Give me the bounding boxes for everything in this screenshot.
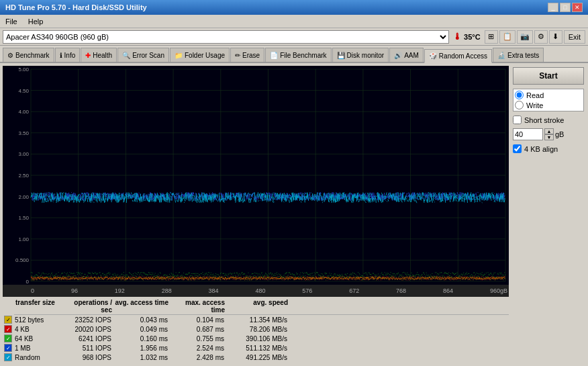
chart-container: 0 96 192 288 384 480 576 672 768 864 960… [3, 66, 509, 297]
folder-icon: 📁 [175, 52, 183, 59]
spinbox-input[interactable] [513, 128, 543, 140]
align-checkbox[interactable] [513, 144, 522, 153]
speed-1mb: 511.132 MB/s [227, 345, 287, 352]
x-label-7: 672 [349, 287, 359, 294]
max-4kb: 0.687 ms [170, 326, 224, 333]
extra-tests-icon: 🔬 [497, 52, 505, 59]
toolbar-btn-1[interactable]: ⊞ [485, 30, 498, 44]
ops-4kb: 20020 IOPS [61, 326, 111, 333]
x-axis: 0 96 192 288 384 480 576 672 768 864 960… [3, 285, 509, 297]
label-4kb: 4 KB [15, 326, 58, 333]
x-labels: 0 96 192 288 384 480 576 672 768 864 960… [30, 287, 509, 294]
chart-canvas [3, 66, 509, 285]
x-label-0: 0 [31, 287, 34, 294]
x-label-3: 288 [162, 287, 172, 294]
align-checkbox-row[interactable]: 4 KB align [513, 144, 584, 153]
write-radio-label[interactable]: Write [515, 101, 582, 109]
spin-buttons: ▲ ▼ [544, 128, 554, 140]
tab-random-access[interactable]: 🎲 Random Access [424, 49, 492, 63]
tab-folder-usage[interactable]: 📁 Folder Usage [170, 48, 230, 62]
tab-disk-monitor[interactable]: 💾 Disk monitor [332, 48, 389, 62]
read-write-radio: Read Write [513, 89, 584, 111]
label-1mb: 1 MB [15, 345, 58, 352]
header-label: transfer size [15, 299, 59, 314]
benchmark-icon: ⚙ [7, 52, 13, 59]
spinbox-unit: gB [555, 130, 564, 138]
stats-row-4kb: ✓ 4 KB 20020 IOPS 0.049 ms 0.687 ms 78.2… [3, 324, 509, 334]
minimize-button[interactable]: _ [548, 3, 558, 12]
tab-info[interactable]: ℹ Info [55, 48, 81, 62]
toolbar-btn-2[interactable]: 📋 [499, 30, 516, 44]
x-label-4: 384 [209, 287, 219, 294]
tab-health[interactable]: ✚ Health [81, 48, 117, 62]
erase-icon: ✏ [235, 52, 240, 59]
max-random: 2.428 ms [170, 354, 224, 361]
ops-1mb: 511 IOPS [61, 345, 111, 352]
thermometer-icon: 🌡 [453, 32, 462, 42]
tab-error-scan[interactable]: 🔍 Error Scan [117, 48, 169, 62]
color-random: ✓ [4, 353, 12, 361]
avg-64kb: 0.160 ms [114, 335, 168, 342]
error-scan-icon: 🔍 [122, 52, 130, 59]
spinbox-row: ▲ ▼ gB [513, 128, 584, 140]
disk-monitor-icon: 💾 [337, 52, 345, 59]
tab-file-benchmark[interactable]: 📄 File Benchmark [265, 48, 331, 62]
window-controls: _ □ ✕ [548, 3, 583, 12]
tab-bar: ⚙ Benchmark ℹ Info ✚ Health 🔍 Error Scan… [0, 46, 588, 63]
close-button[interactable]: ✕ [572, 3, 583, 12]
tab-aam[interactable]: 🔊 AAM [389, 48, 424, 62]
x-label-2: 192 [115, 287, 125, 294]
exit-button[interactable]: Exit [564, 30, 585, 44]
label-512bytes: 512 bytes [15, 316, 58, 324]
x-label-6: 576 [302, 287, 312, 294]
toolbar-btn-4[interactable]: ⚙ [534, 30, 548, 44]
window-title: HD Tune Pro 5.70 - Hard Disk/SSD Utility [5, 3, 147, 11]
ops-random: 968 IOPS [61, 354, 111, 361]
start-button[interactable]: Start [513, 67, 584, 85]
spin-down-button[interactable]: ▼ [544, 134, 554, 140]
chart-stats-area: 0 96 192 288 384 480 576 672 768 864 960… [3, 66, 509, 363]
read-radio[interactable] [515, 91, 524, 99]
stats-header: transfer size operations / sec avg. acce… [14, 298, 509, 315]
disk-selector[interactable]: Apacer AS340 960GB (960 gB) [3, 30, 449, 44]
color-1mb: ✓ [4, 344, 12, 352]
speed-512bytes: 11.354 MB/s [227, 316, 287, 324]
speed-4kb: 78.206 MB/s [227, 326, 287, 333]
x-label-8: 768 [396, 287, 406, 294]
tab-benchmark[interactable]: ⚙ Benchmark [3, 48, 54, 62]
info-icon: ℹ [60, 52, 62, 59]
max-64kb: 0.755 ms [170, 335, 224, 342]
spin-up-button[interactable]: ▲ [544, 128, 554, 134]
avg-512bytes: 0.043 ms [114, 316, 168, 324]
temperature-value: 35°C [464, 33, 481, 41]
toolbar-btn-5[interactable]: ⬇ [549, 30, 562, 44]
menu-file[interactable]: File [3, 17, 20, 26]
menu-help[interactable]: Help [26, 17, 46, 26]
speed-random: 491.225 MB/s [227, 354, 287, 361]
speed-64kb: 390.106 MB/s [227, 335, 287, 342]
tab-extra-tests[interactable]: 🔬 Extra tests [493, 48, 544, 62]
color-4kb: ✓ [4, 325, 12, 333]
toolbar-btn-3[interactable]: 📷 [517, 30, 533, 44]
random-access-icon: 🎲 [429, 52, 437, 60]
maximize-button[interactable]: □ [560, 3, 571, 12]
title-bar: HD Tune Pro 5.70 - Hard Disk/SSD Utility… [0, 0, 588, 15]
chart-area [3, 66, 509, 285]
stats-row-random: ✓ Random 968 IOPS 1.032 ms 2.428 ms 491.… [3, 353, 509, 362]
stats-row-1mb: ✓ 1 MB 511 IOPS 1.956 ms 2.524 ms 511.13… [3, 343, 509, 353]
avg-1mb: 1.956 ms [114, 345, 168, 352]
tab-erase[interactable]: ✏ Erase [230, 48, 264, 62]
ops-64kb: 6241 IOPS [61, 335, 111, 342]
short-stroke-checkbox[interactable] [513, 116, 522, 124]
health-icon: ✚ [85, 52, 91, 59]
menu-bar: File Help [0, 15, 588, 28]
max-1mb: 2.524 ms [170, 345, 224, 352]
read-radio-label[interactable]: Read [515, 91, 582, 99]
right-panel: Start Read Write Short stroke ▲ ▼ gB [511, 66, 585, 363]
stats-row-64kb: ✓ 64 KB 6241 IOPS 0.160 ms 0.755 ms 390.… [3, 334, 509, 343]
write-radio[interactable] [515, 101, 524, 109]
color-512bytes: ✓ [4, 316, 12, 324]
short-stroke-checkbox-row[interactable]: Short stroke [513, 116, 584, 124]
stats-table: transfer size operations / sec avg. acce… [3, 297, 509, 363]
toolbar: Apacer AS340 960GB (960 gB) 🌡 35°C ⊞ 📋 📷… [0, 28, 588, 46]
